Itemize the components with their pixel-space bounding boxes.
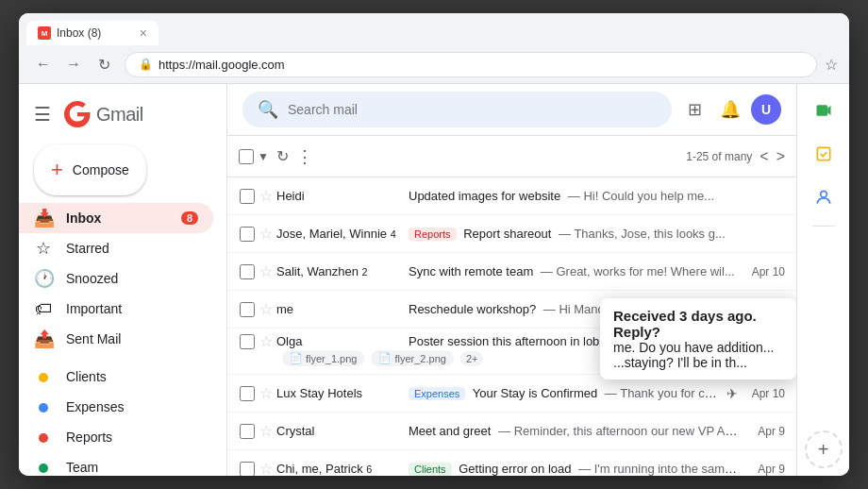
email-snippet: — Thank you for choosing us for your bus…	[605, 386, 723, 400]
email-row[interactable]: ☆ Chi, me, Patrick 6 Clients Getting err…	[227, 450, 796, 476]
gmail-tab[interactable]: M Inbox (8) ×	[26, 21, 159, 45]
sidebar-item-snoozed[interactable]: 🕐 Snoozed	[19, 263, 213, 294]
important-icon: 🏷	[34, 299, 53, 319]
star-icon[interactable]: ☆	[259, 460, 273, 476]
airplane-icon: ✈	[726, 386, 738, 401]
snoozed-icon: 🕐	[34, 268, 53, 289]
email-list-toolbar: ▼ ↻ ⋮ 1-25 of many < >	[227, 136, 796, 177]
attachment-row: 📄 flyer_1.png 📄 flyer_2.png 2+	[239, 350, 785, 370]
star-icon[interactable]: ☆	[259, 187, 273, 205]
row-checkbox[interactable]	[239, 386, 256, 401]
compose-button[interactable]: + Compose	[34, 144, 146, 195]
row-checkbox[interactable]	[239, 334, 256, 349]
search-bar-container[interactable]: 🔍	[242, 92, 672, 127]
star-icon[interactable]: ☆	[259, 300, 273, 318]
starred-icon: ☆	[34, 238, 53, 259]
photo-icon: 📷	[722, 334, 738, 349]
select-all-area[interactable]: ▼	[239, 149, 269, 164]
star-icon[interactable]: ☆	[259, 384, 273, 402]
prev-page-button[interactable]: <	[760, 148, 768, 165]
clients-label-icon	[34, 367, 53, 387]
email-row[interactable]: ☆ Jose, Mariel, Winnie 4 Reports Report …	[227, 215, 796, 253]
email-date: Apr 10	[738, 387, 785, 400]
icons-area: 📷	[722, 334, 738, 349]
star-icon[interactable]: ☆	[259, 422, 273, 440]
apps-grid-button[interactable]: ⊞	[679, 94, 709, 125]
back-button[interactable]: ←	[30, 51, 57, 77]
forward-button[interactable]: →	[60, 51, 87, 77]
icons-area: ✈	[726, 386, 738, 401]
sender-name: Crystal	[276, 424, 409, 438]
email-subject: Getting error on load	[459, 462, 571, 476]
email-date: Apr 10	[738, 335, 785, 348]
tab-close-button[interactable]: ×	[140, 26, 147, 40]
gmail-logo-text: Gmail	[96, 104, 143, 126]
reports-label: Reports	[66, 430, 198, 445]
refresh-button[interactable]: ↻	[276, 147, 289, 165]
email-row[interactable]: ☆ Heidi Updated images for website — Hi!…	[227, 177, 796, 215]
subject-snippet: Poster session this afternoon in lobby —…	[409, 334, 718, 348]
reload-button[interactable]: ↻	[91, 51, 117, 77]
email-snippet: — Hi Mandy, I'm no longer abl...	[543, 302, 717, 316]
row-checkbox[interactable]	[239, 424, 256, 439]
more-options-button[interactable]: ⋮	[296, 146, 313, 167]
snoozed-label: Snoozed	[66, 271, 198, 286]
sidebar-item-clients[interactable]: Clients	[19, 362, 213, 392]
toolbar-icons: ⊞ 🔔 U	[679, 94, 781, 125]
meet-icon	[814, 101, 833, 120]
email-row[interactable]: ☆ Lux Stay Hotels Expenses Your Stay is …	[227, 375, 796, 413]
sidebar-item-sent[interactable]: 📤 Sent Mail	[19, 324, 213, 354]
next-page-button[interactable]: >	[776, 148, 785, 165]
sender-name: Salit, Wanzhen 2	[276, 264, 409, 278]
email-row[interactable]: ☆ me Reschedule workshop? — Hi Mandy, I'…	[227, 291, 796, 329]
sent-label: Sent Mail	[66, 331, 198, 346]
team-label: Team	[66, 460, 198, 475]
email-date: Apr 7	[738, 303, 785, 316]
star-icon[interactable]: ☆	[259, 225, 273, 243]
contacts-button[interactable]	[805, 178, 843, 216]
tasks-button[interactable]	[805, 135, 843, 173]
address-bar: ← → ↻ 🔒 https://mail.google.com ☆	[19, 45, 849, 83]
star-icon[interactable]: ☆	[259, 262, 273, 280]
hamburger-menu-icon[interactable]: ☰	[34, 103, 51, 126]
row-checkbox[interactable]	[239, 227, 256, 242]
compose-label: Compose	[73, 162, 129, 177]
email-subject: Reschedule workshop?	[409, 302, 536, 316]
user-avatar[interactable]: U	[751, 94, 781, 125]
row-checkbox[interactable]	[239, 302, 256, 317]
sidebar-item-reports[interactable]: Reports	[19, 422, 213, 452]
email-date: Apr 9	[738, 463, 785, 476]
svg-rect-0	[816, 105, 827, 116]
email-row[interactable]: ☆ Salit, Wanzhen 2 Sync with remote team…	[227, 253, 796, 291]
row-checkbox[interactable]	[239, 264, 256, 279]
notifications-bell-button[interactable]: 🔔	[715, 94, 745, 125]
sidebar-item-inbox[interactable]: 📥 Inbox 8	[19, 203, 213, 233]
subject-snippet: Meet and greet — Reminder, this afternoo…	[409, 424, 738, 438]
email-row[interactable]: ☆ Olga Poster session this afternoon in …	[227, 329, 796, 375]
sidebar-item-starred[interactable]: ☆ Starred	[19, 233, 213, 263]
sidebar-item-important[interactable]: 🏷 Important	[19, 294, 213, 324]
inbox-icon: 📥	[34, 208, 53, 228]
star-icon[interactable]: ☆	[259, 332, 273, 350]
sidebar-item-expenses[interactable]: Expenses	[19, 392, 213, 422]
email-snippet: — I'm running into the same problem. Res…	[578, 462, 738, 476]
select-all-checkbox[interactable]	[239, 149, 254, 164]
sender-name: Heidi	[276, 189, 409, 203]
starred-label: Starred	[66, 241, 198, 256]
sender-name: Olga	[276, 334, 409, 348]
meet-button[interactable]	[805, 92, 843, 129]
row-checkbox[interactable]	[239, 462, 256, 477]
subject-snippet: Expenses Your Stay is Confirmed — Thank …	[409, 386, 723, 400]
sidebar-item-team[interactable]: Team	[19, 452, 213, 476]
email-row[interactable]: ☆ Crystal Meet and greet — Reminder, thi…	[227, 413, 796, 450]
sidebar-header: ☰ Gmail	[19, 92, 226, 137]
bookmark-star-icon[interactable]: ☆	[825, 56, 838, 74]
select-dropdown-arrow-icon[interactable]: ▼	[258, 150, 269, 163]
reports-label-icon	[34, 428, 53, 447]
search-input[interactable]	[288, 102, 657, 117]
url-bar[interactable]: 🔒 https://mail.google.com	[125, 52, 817, 77]
pagination: 1-25 of many < >	[686, 148, 785, 165]
row-checkbox[interactable]	[239, 189, 256, 204]
add-app-button[interactable]: +	[805, 430, 843, 468]
email-subject: Meet and greet	[409, 424, 491, 438]
